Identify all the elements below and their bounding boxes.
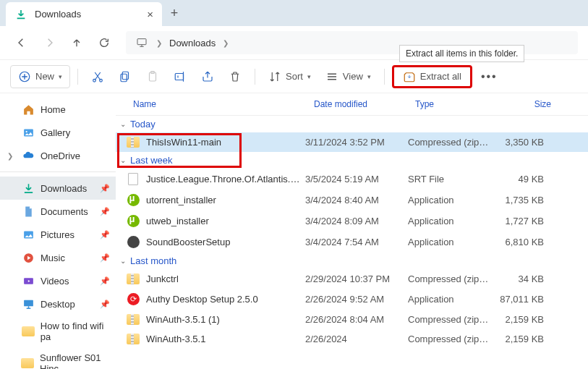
copy-button[interactable] <box>113 65 137 88</box>
file-row[interactable]: ThisIsWin11-main 3/11/2024 3:52 PM Compr… <box>116 132 588 152</box>
col-name[interactable]: Name <box>133 99 314 109</box>
sidebar-item-label: Documents <box>41 206 88 217</box>
sidebar-item-onedrive[interactable]: ❯ OneDrive <box>0 144 116 167</box>
sidebar-item[interactable]: Documents 📌 <box>0 200 116 223</box>
chevron-down-icon: ⌄ <box>120 257 126 265</box>
file-row[interactable]: SoundBoosterSetup 3/4/2024 7:54 AM Appli… <box>116 232 588 253</box>
sidebar-item[interactable]: Sunflower S01 Hinc <box>0 347 116 369</box>
home-icon <box>22 103 35 116</box>
file-row[interactable]: WinAuth-3.5.1 (1) 2/26/2024 8:04 AM Comp… <box>116 310 588 329</box>
sidebar-item-label: Videos <box>41 276 69 287</box>
pin-icon: 📌 <box>100 184 110 193</box>
file-name: WinAuth-3.5.1 (1) <box>146 314 305 325</box>
chevron-down-icon: ▾ <box>367 73 371 80</box>
close-icon[interactable]: × <box>147 8 153 20</box>
svg-point-2 <box>93 79 96 82</box>
main-pane: Name Date modified Type Size ⌄Today This… <box>116 93 588 369</box>
up-button[interactable] <box>65 31 88 54</box>
col-date[interactable]: Date modified <box>314 99 415 109</box>
col-size[interactable]: Size <box>499 99 551 109</box>
group-header[interactable]: ⌄Last week <box>116 152 588 169</box>
group-label: Last month <box>130 255 176 266</box>
sidebar-item[interactable]: Pictures 📌 <box>0 223 116 246</box>
videos-icon <box>22 274 35 287</box>
file-row[interactable]: Justice.League.Throne.Of.Atlantis.Englis… <box>116 169 588 190</box>
group-header[interactable]: ⌄Last month <box>116 253 588 269</box>
file-size: 87,011 KB <box>492 294 544 305</box>
sidebar-item-label: OneDrive <box>41 150 80 161</box>
file-name: WinAuth-3.5.1 <box>146 334 305 344</box>
chevron-down-icon: ▾ <box>307 73 311 80</box>
tab-downloads[interactable]: Downloads × <box>6 2 162 26</box>
sidebar-item[interactable]: Videos 📌 <box>0 269 116 292</box>
forward-button[interactable] <box>38 31 61 54</box>
sidebar-item-label: Music <box>41 253 65 263</box>
file-icon <box>126 215 140 227</box>
sidebar-item[interactable]: How to find wifi pa <box>0 315 116 347</box>
extract-all-button[interactable]: Extract all <box>392 65 472 88</box>
more-button[interactable]: ••• <box>475 65 503 88</box>
delete-button[interactable] <box>223 65 247 88</box>
new-button[interactable]: New ▾ <box>10 65 70 88</box>
documents-icon <box>22 205 35 218</box>
file-name: Justice.League.Throne.Of.Atlantis.Englis… <box>146 174 305 184</box>
col-type[interactable]: Type <box>415 99 499 109</box>
monitor-icon <box>130 31 153 54</box>
sidebar-item[interactable]: Downloads 📌 <box>0 177 116 200</box>
new-tab-button[interactable]: + <box>162 0 187 26</box>
tooltip-extract: Extract all items in this folder. <box>399 45 524 62</box>
file-row[interactable]: utweb_installer 3/4/2024 8:09 AM Applica… <box>116 211 588 232</box>
chevron-right-icon: ❯ <box>7 152 16 160</box>
sort-button[interactable]: Sort ▾ <box>263 65 317 88</box>
rename-button[interactable] <box>168 65 192 88</box>
file-icon: ⟳ <box>126 293 140 305</box>
file-name: utorrent_installer <box>146 195 305 205</box>
svg-point-10 <box>25 130 27 132</box>
sidebar-item[interactable]: Music 📌 <box>0 246 116 269</box>
toolbar: New ▾ Sort ▾ View ▾ Extract all ••• <box>0 59 588 93</box>
file-size: 3,350 KB <box>492 137 544 148</box>
chevron-right-icon: ❯ <box>156 39 162 47</box>
breadcrumb-location[interactable]: Downloads <box>165 38 220 48</box>
share-button[interactable] <box>195 65 220 88</box>
sidebar-item-label: How to find wifi pa <box>41 321 116 342</box>
file-size: 1,727 KB <box>492 216 544 226</box>
sidebar-item-label: Desktop <box>41 299 75 310</box>
back-button[interactable] <box>10 31 33 54</box>
refresh-button[interactable] <box>93 31 116 54</box>
desktop-icon <box>22 297 35 310</box>
sidebar-item-label: Pictures <box>41 229 74 240</box>
file-list: ⌄Today ThisIsWin11-main 3/11/2024 3:52 P… <box>116 116 588 349</box>
svg-rect-8 <box>175 73 183 80</box>
chevron-down-icon: ⌄ <box>120 156 126 164</box>
group-label: Last week <box>130 155 173 166</box>
file-type: Compressed (zipp... <box>408 137 492 148</box>
file-row[interactable]: ⟳ Authy Desktop Setup 2.5.0 2/26/2024 9:… <box>116 289 588 310</box>
file-row[interactable]: utorrent_installer 3/4/2024 8:40 AM Appl… <box>116 190 588 211</box>
sort-label: Sort <box>286 71 303 82</box>
file-size: 1,735 KB <box>492 195 544 205</box>
file-type: Compressed (zipp... <box>408 314 492 325</box>
paste-button[interactable] <box>140 65 165 88</box>
file-type: Compressed (zipp... <box>408 273 492 284</box>
file-icon <box>126 194 140 206</box>
sidebar-item-gallery[interactable]: Gallery <box>0 121 116 144</box>
file-row[interactable]: Junkctrl 2/29/2024 10:37 PM Compressed (… <box>116 269 588 289</box>
sidebar-item-label: Home <box>41 104 66 115</box>
folder-icon <box>21 357 34 369</box>
pin-icon: 📌 <box>100 276 110 286</box>
group-header[interactable]: ⌄Today <box>116 116 588 132</box>
file-type: Application <box>408 216 492 226</box>
folder-icon <box>22 325 35 338</box>
sidebar-item-label: Sunflower S01 Hinc <box>40 352 116 369</box>
file-type: Application <box>408 195 492 205</box>
cut-button[interactable] <box>85 65 110 88</box>
sidebar-item[interactable]: Desktop 📌 <box>0 292 116 315</box>
sidebar-item-home[interactable]: Home <box>0 98 116 121</box>
pin-icon: 📌 <box>100 230 110 239</box>
file-icon <box>126 314 140 325</box>
file-type: Application <box>408 294 492 305</box>
file-row[interactable]: WinAuth-3.5.1 2/26/2024 Compressed (zipp… <box>116 329 588 349</box>
view-button[interactable]: View ▾ <box>320 65 377 88</box>
svg-point-3 <box>100 79 103 82</box>
